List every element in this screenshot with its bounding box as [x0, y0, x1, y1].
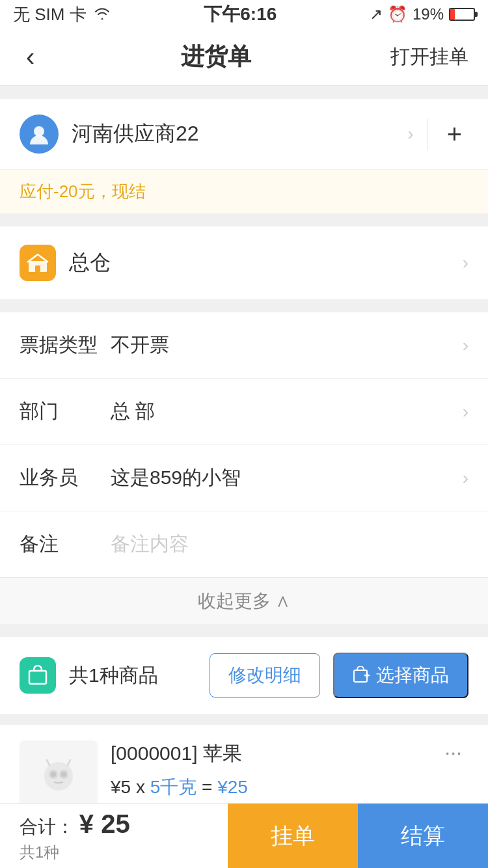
nav-bar: ‹ 进货单 打开挂单	[0, 29, 488, 86]
status-time: 下午6:16	[204, 2, 277, 27]
add-button[interactable]: +	[441, 120, 468, 149]
dept-row[interactable]: 部门 总 部 ›	[0, 378, 488, 444]
battery-percent: 19%	[413, 5, 444, 23]
sales-value: 这是859的小智	[111, 465, 463, 491]
wifi-icon	[93, 5, 111, 25]
supplier-chevron-icon: ›	[407, 124, 413, 144]
svg-point-0	[34, 126, 44, 137]
product-count-icon	[20, 657, 56, 694]
open-hang-button[interactable]: 打开挂单	[390, 44, 468, 70]
dept-chevron-icon: ›	[463, 401, 468, 422]
settle-button[interactable]: 结算	[358, 804, 488, 869]
notice-bar: 应付-20元，现结	[0, 170, 488, 213]
product-count-text: 共1种商品	[69, 662, 197, 689]
total-section: 合计： ¥ 25 共1种	[0, 809, 228, 863]
product-more-button[interactable]: ···	[438, 740, 468, 765]
select-product-button[interactable]: 选择商品	[333, 653, 468, 698]
product-name: [0000001] 苹果	[111, 740, 438, 767]
warehouse-chevron-icon: ›	[463, 252, 468, 273]
price-separator: x	[136, 777, 150, 797]
sales-row[interactable]: 业务员 这是859的小智 ›	[0, 444, 488, 511]
location-icon: ↗	[370, 5, 383, 23]
total-label: 合计：	[20, 817, 74, 837]
supplier-row[interactable]: 河南供应商22 › +	[0, 99, 488, 170]
invoice-value: 不开票	[111, 332, 463, 359]
supplier-name: 河南供应商22	[72, 120, 407, 148]
section-gap-1	[0, 86, 488, 99]
supplier-avatar	[20, 115, 59, 154]
select-product-label: 选择商品	[376, 663, 449, 688]
supplier-divider	[427, 118, 427, 150]
invoice-row[interactable]: 票据类型 不开票 ›	[0, 312, 488, 378]
warehouse-section: 总仓 ›	[0, 226, 488, 299]
bottom-bar: 合计： ¥ 25 共1种 挂单 结算	[0, 803, 488, 868]
dept-value: 总 部	[111, 398, 463, 425]
product-header: 共1种商品 修改明细 选择商品	[0, 637, 488, 714]
invoice-chevron-icon: ›	[463, 335, 468, 356]
total-count: 共1种	[20, 842, 208, 863]
back-button[interactable]: ‹	[20, 36, 41, 78]
sales-label: 业务员	[20, 465, 111, 491]
total-amount: ¥ 25	[79, 809, 130, 838]
remark-label: 备注	[20, 531, 111, 558]
price-value: ¥5	[111, 777, 131, 797]
total-line: 合计： ¥ 25	[20, 809, 208, 839]
product-info: [0000001] 苹果 ¥5 x 5千克 = ¥25	[111, 740, 438, 800]
svg-rect-3	[29, 671, 46, 684]
total-value: ¥25	[217, 777, 248, 797]
dept-label: 部门	[20, 398, 111, 425]
collapse-bar[interactable]: 收起更多 ∧	[0, 577, 488, 624]
svg-point-11	[61, 772, 66, 777]
status-left: 无 SIM 卡	[13, 3, 111, 26]
carrier-label: 无 SIM 卡	[13, 3, 87, 26]
remark-row[interactable]: 备注 备注内容	[0, 511, 488, 577]
page-title: 进货单	[181, 41, 251, 73]
equals-sign: =	[202, 777, 217, 797]
product-price: ¥5 x 5千克 = ¥25	[111, 775, 438, 800]
status-right: ↗ ⏰ 19%	[370, 5, 475, 23]
section-gap-4	[0, 624, 488, 637]
alarm-icon: ⏰	[388, 5, 407, 23]
svg-point-10	[51, 772, 56, 777]
svg-point-7	[44, 762, 73, 791]
supplier-section: 河南供应商22 › + 应付-20元，现结	[0, 99, 488, 213]
warehouse-icon	[20, 245, 56, 281]
sales-chevron-icon: ›	[463, 468, 468, 489]
battery-icon	[449, 8, 475, 21]
hang-button[interactable]: 挂单	[228, 804, 358, 869]
remark-input[interactable]: 备注内容	[111, 531, 468, 558]
form-section: 票据类型 不开票 › 部门 总 部 › 业务员 这是859的小智 › 备注 备注…	[0, 312, 488, 577]
quantity-value: 5千克	[150, 777, 197, 797]
section-gap-3	[0, 299, 488, 312]
status-bar: 无 SIM 卡 下午6:16 ↗ ⏰ 19%	[0, 0, 488, 29]
warehouse-name: 总仓	[69, 249, 463, 277]
warehouse-row[interactable]: 总仓 ›	[0, 226, 488, 299]
section-gap-2	[0, 213, 488, 226]
svg-rect-2	[35, 265, 40, 272]
invoice-label: 票据类型	[20, 332, 111, 359]
edit-detail-button[interactable]: 修改明细	[210, 653, 320, 698]
